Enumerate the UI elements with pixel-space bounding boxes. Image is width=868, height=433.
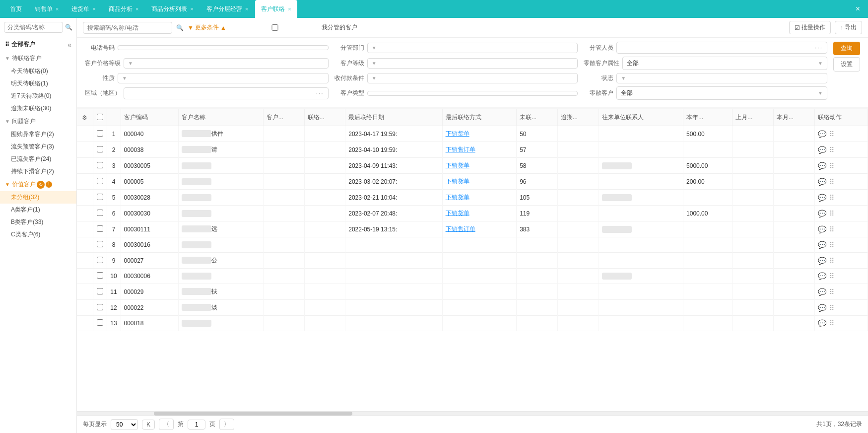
close-customer-contact-icon[interactable]: × (288, 6, 291, 12)
horizontal-scrollbar[interactable] (77, 411, 868, 415)
message-icon[interactable]: 💬 (818, 272, 826, 280)
row-settings[interactable] (77, 269, 93, 284)
row-settings[interactable] (77, 174, 93, 190)
my-customers-check[interactable] (230, 24, 320, 31)
grid-action-icon[interactable]: ⠿ (829, 241, 834, 249)
page-size-select[interactable]: 50 100 (111, 419, 138, 430)
sidebar-item-tomorrow[interactable]: 明天待联络(1) (0, 77, 76, 90)
reset-button[interactable]: 设置 (833, 57, 860, 72)
grid-action-icon[interactable]: ⠿ (829, 257, 834, 265)
sidebar-group-pending[interactable]: ▼ 待联络客户 (0, 52, 76, 65)
grid-action-icon[interactable]: ⠿ (829, 272, 834, 280)
row-settings[interactable] (77, 237, 93, 253)
last-way-link[interactable]: 下销货单 (446, 178, 469, 185)
last-way-link[interactable]: 下销货单 (446, 210, 469, 216)
batch-ops-button[interactable]: ☑ 批量操作 (789, 21, 831, 34)
nav-customer-contact[interactable]: 客户联络 × (255, 0, 297, 18)
row-checkbox[interactable] (97, 130, 103, 137)
sidebar-search-input[interactable] (4, 22, 63, 33)
row-settings[interactable] (77, 221, 93, 237)
sidebar-item-a-class[interactable]: A类客户(1) (0, 204, 76, 216)
grid-action-icon[interactable]: ⠿ (829, 194, 834, 202)
sidebar-search-icon[interactable]: 🔍 (65, 24, 72, 31)
sidebar-all-customers[interactable]: ⠿ 全部客户 « (0, 37, 76, 52)
sidebar-group-value[interactable]: ▼ 价值客户 ↻ ! (0, 178, 76, 191)
row-settings[interactable] (77, 126, 93, 142)
row-checkbox[interactable] (97, 178, 103, 184)
close-product-analysis-icon[interactable]: × (135, 6, 138, 12)
grid-action-icon[interactable]: ⠿ (829, 210, 834, 217)
nav-sales[interactable]: 销售单 × (29, 0, 65, 18)
nature-select[interactable]: ▼ (118, 73, 329, 83)
grid-action-icon[interactable]: ⠿ (829, 130, 834, 138)
payment-select[interactable]: ▼ (367, 73, 578, 83)
close-sales-icon[interactable]: × (56, 6, 59, 12)
nav-purchase[interactable]: 进货单 × (66, 0, 101, 18)
message-icon[interactable]: 💬 (818, 225, 826, 233)
filter-search-icon[interactable]: 🔍 (176, 24, 184, 31)
sidebar-item-churned[interactable]: 已流失客户(24) (0, 153, 76, 165)
row-checkbox[interactable] (97, 319, 103, 326)
row-checkbox[interactable] (97, 241, 103, 247)
retail-attr-select[interactable]: 全部 ▼ (622, 57, 827, 70)
grid-action-icon[interactable]: ⠿ (829, 225, 834, 233)
row-checkbox[interactable] (97, 288, 103, 294)
close-customer-tier-icon[interactable]: × (245, 6, 248, 12)
row-checkbox[interactable] (97, 225, 103, 232)
message-icon[interactable]: 💬 (818, 178, 826, 186)
message-icon[interactable]: 💬 (818, 194, 826, 202)
select-all-checkbox[interactable] (97, 114, 103, 120)
sidebar-item-abnormal[interactable]: 囤购异常客户(2) (0, 128, 76, 141)
last-way-link[interactable]: 下销货单 (446, 194, 469, 201)
row-settings[interactable] (77, 142, 93, 158)
nav-product-list[interactable]: 商品分析列表 × (145, 0, 199, 18)
row-checkbox[interactable] (97, 272, 103, 279)
row-settings[interactable] (77, 284, 93, 300)
my-customers-checkbox[interactable]: 我分管的客户 (230, 23, 357, 32)
message-icon[interactable]: 💬 (818, 210, 826, 217)
customer-level-select[interactable]: ▼ (367, 58, 578, 69)
row-checkbox[interactable] (97, 210, 103, 216)
row-settings[interactable] (77, 253, 93, 269)
message-icon[interactable]: 💬 (818, 288, 826, 296)
settings-column[interactable]: ⚙ (77, 109, 93, 126)
search-input[interactable] (83, 22, 172, 34)
last-way-link[interactable]: 下销货单 (446, 130, 469, 137)
sidebar-item-ungroup[interactable]: 未分组(32) (0, 191, 76, 204)
message-icon[interactable]: 💬 (818, 257, 826, 265)
last-way-link[interactable]: 下销售订单 (446, 146, 475, 153)
grid-action-icon[interactable]: ⠿ (829, 288, 834, 296)
row-checkbox[interactable] (97, 194, 103, 200)
grid-action-icon[interactable]: ⠿ (829, 146, 834, 154)
message-icon[interactable]: 💬 (818, 130, 826, 138)
sidebar-item-declining[interactable]: 持续下滑客户(2) (0, 165, 76, 178)
next-page-button[interactable]: 〉 (219, 419, 234, 430)
message-icon[interactable]: 💬 (818, 162, 826, 170)
message-icon[interactable]: 💬 (818, 304, 826, 312)
row-settings[interactable] (77, 316, 93, 331)
row-settings[interactable] (77, 158, 93, 174)
first-page-button[interactable]: K (142, 420, 155, 430)
customer-type-input[interactable] (367, 91, 578, 96)
person-select[interactable]: ··· (616, 42, 827, 54)
message-icon[interactable]: 💬 (818, 319, 826, 327)
price-level-select[interactable]: ▼ (124, 58, 329, 69)
sidebar-item-c-class[interactable]: C类客户(6) (0, 228, 76, 241)
grid-action-icon[interactable]: ⠿ (829, 304, 834, 312)
sidebar-item-b-class[interactable]: B类客户(33) (0, 216, 76, 228)
last-way-link[interactable]: 下销货单 (446, 162, 469, 169)
sidebar-group-problem[interactable]: ▼ 问题客户 (0, 115, 76, 128)
nav-product-analysis[interactable]: 商品分析 × (103, 0, 144, 18)
page-number-input[interactable] (188, 420, 205, 430)
sidebar-collapse-icon[interactable]: « (67, 41, 71, 49)
close-purchase-icon[interactable]: × (92, 6, 95, 12)
row-checkbox[interactable] (97, 162, 103, 168)
dept-select[interactable]: ▼ (367, 43, 578, 53)
last-way-link[interactable]: 下销售订单 (446, 225, 475, 232)
grid-action-icon[interactable]: ⠿ (829, 162, 834, 170)
row-checkbox[interactable] (97, 146, 103, 152)
region-select[interactable]: ··· (124, 87, 329, 99)
row-settings[interactable] (77, 190, 93, 206)
row-settings[interactable] (77, 300, 93, 316)
row-settings[interactable] (77, 206, 93, 221)
